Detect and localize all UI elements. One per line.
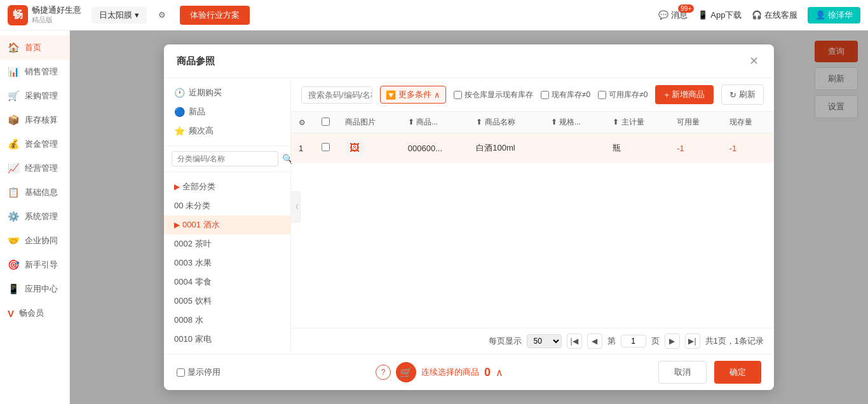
per-page-select[interactable]: 50 100 200 xyxy=(527,334,562,348)
app-center-icon: 📱 xyxy=(8,283,20,295)
clock-icon: 🕐 xyxy=(174,88,185,98)
available-stock-filter[interactable]: 可用库存≠0 xyxy=(598,90,648,100)
prev-page-btn[interactable]: ◀ xyxy=(587,333,602,349)
enterprise-icon: 🤝 xyxy=(8,235,20,246)
tree-item-liquor[interactable]: ▶ 0001 酒水 xyxy=(164,215,290,234)
online-service-btn[interactable]: 🎧 在线客服 xyxy=(752,10,797,21)
col-name[interactable]: ⬆ 商品名称 xyxy=(468,112,543,133)
cell-name: 白酒100ml xyxy=(468,133,543,163)
footer-right: 取消 确定 xyxy=(658,361,761,384)
cart-area: ? 🛒 连续选择的商品 0 ∧ xyxy=(376,362,503,382)
col-image: 商品图片 xyxy=(337,112,400,133)
first-page-btn[interactable]: |◀ xyxy=(567,333,582,349)
vip-icon: V xyxy=(8,308,14,319)
toolbar: 🔍 🔽 更多条件 ∧ 按仓库显示现有库存 xyxy=(291,78,774,112)
cell-image: 🖼 xyxy=(337,133,400,163)
main-search-box: 🔍 xyxy=(301,86,372,104)
message-badge: 99+ xyxy=(678,4,694,13)
headset-icon: 🎧 xyxy=(752,10,762,20)
tree-item-appliance[interactable]: 0010 家电 xyxy=(164,330,290,349)
help-icon[interactable]: ? xyxy=(376,365,391,380)
next-page-btn[interactable]: ▶ xyxy=(665,333,680,349)
add-product-btn[interactable]: + 新增商品 xyxy=(655,85,714,104)
sidebar-item-basic-info[interactable]: 📋 基础信息 xyxy=(0,180,69,205)
col-unit[interactable]: ⬆ 主计量 xyxy=(605,112,669,133)
current-stock-filter[interactable]: 现有库存≠0 xyxy=(541,90,590,100)
star-icon: ⭐ xyxy=(174,126,185,136)
select-all-checkbox[interactable] xyxy=(322,118,330,126)
sidebar-item-system[interactable]: ⚙️ 系统管理 xyxy=(0,205,69,229)
sidebar-item-operations[interactable]: 📈 经营管理 xyxy=(0,156,69,180)
category-tree: ▶ 全部分类 00 未分类 ▶ 0001 酒水 0002 茶 xyxy=(164,172,290,354)
quick-link-frequent[interactable]: ⭐ 频次高 xyxy=(172,121,283,140)
show-disabled-checkbox[interactable]: 显示停用 xyxy=(177,367,220,378)
app-download-btn[interactable]: 📱 App下载 xyxy=(698,10,742,21)
tree-item-fruit[interactable]: 0003 水果 xyxy=(164,253,290,273)
last-page-btn[interactable]: ▶| xyxy=(685,333,700,349)
sidebar-item-vip[interactable]: V 畅会员 xyxy=(0,301,69,325)
messages-btn[interactable]: 💬 消息 99+ xyxy=(658,10,688,21)
col-spec[interactable]: ⬆ 规格... xyxy=(543,112,606,133)
sidebar-item-app-center[interactable]: 📱 应用中心 xyxy=(0,277,69,301)
collapse-panel-btn[interactable]: 《 xyxy=(290,191,301,223)
purchase-icon: 🛒 xyxy=(8,90,20,102)
system-icon: ⚙️ xyxy=(8,211,20,222)
phone-icon: 📱 xyxy=(698,10,708,20)
tree-item-all[interactable]: ▶ 全部分类 xyxy=(164,177,290,196)
quick-links: 🕐 近期购买 🔵 新品 ⭐ 频次高 xyxy=(164,78,290,146)
sidebar-item-enterprise[interactable]: 🤝 企业协同 xyxy=(0,229,69,253)
nav-dropdown[interactable]: 日太阳膜 ▾ xyxy=(92,7,147,24)
table-settings-icon[interactable]: ⚙ xyxy=(299,118,306,127)
tree-item-snack[interactable]: 0004 零食 xyxy=(164,273,290,292)
tree-item-water[interactable]: 0008 水 xyxy=(164,311,290,330)
total-info: 共1页，1条记录 xyxy=(705,335,764,347)
left-panel: 🕐 近期购买 🔵 新品 ⭐ 频次高 xyxy=(164,78,291,354)
sidebar-item-inventory[interactable]: 📦 库存核算 xyxy=(0,108,69,132)
row-checkbox[interactable] xyxy=(322,143,330,151)
modal-header: 商品参照 ✕ xyxy=(164,44,774,78)
modal-close-btn[interactable]: ✕ xyxy=(746,53,761,69)
gear-icon[interactable]: ⚙ xyxy=(152,5,172,25)
product-table-container: ⚙ 商品图片 ⬆ 商品... xyxy=(291,112,774,328)
refresh-btn[interactable]: ↻ 刷新 xyxy=(721,84,764,105)
sidebar-item-guide[interactable]: 🎯 新手引导 xyxy=(0,253,69,277)
cell-stock: -1 xyxy=(722,133,774,163)
product-table: ⚙ 商品图片 ⬆ 商品... xyxy=(291,112,774,163)
table-row[interactable]: 1 🖼 xyxy=(291,133,774,163)
sidebar: 🏠 首页 📊 销售管理 🛒 采购管理 📦 库存核算 💰 资金管理 📈 经营管理 … xyxy=(0,30,70,404)
confirm-btn[interactable]: 确定 xyxy=(714,361,761,384)
main-search-input[interactable] xyxy=(302,87,372,103)
col-code[interactable]: ⬆ 商品... xyxy=(400,112,468,133)
trial-btn[interactable]: 体验行业方案 xyxy=(180,6,250,25)
cancel-btn[interactable]: 取消 xyxy=(658,361,707,384)
sidebar-item-home[interactable]: 🏠 首页 xyxy=(0,36,69,60)
guide-icon: 🎯 xyxy=(8,259,20,271)
sidebar-item-finance[interactable]: 💰 资金管理 xyxy=(0,132,69,156)
page-label: 第 xyxy=(607,335,616,347)
modal-body: 🕐 近期购买 🔵 新品 ⭐ 频次高 xyxy=(164,78,774,354)
modal-title: 商品参照 xyxy=(177,55,215,67)
sidebar-item-purchase[interactable]: 🛒 采购管理 xyxy=(0,84,69,108)
sidebar-item-sales[interactable]: 📊 销售管理 xyxy=(0,60,69,84)
page-number-input[interactable] xyxy=(621,335,646,347)
tree-item-tea[interactable]: 0002 茶叶 xyxy=(164,234,290,253)
nav-right: 💬 消息 99+ 📱 App下载 🎧 在线客服 👤 徐泽华 xyxy=(658,7,860,24)
cell-unit: 瓶 xyxy=(605,133,669,163)
quick-link-new[interactable]: 🔵 新品 xyxy=(172,102,283,121)
category-search-input[interactable] xyxy=(172,151,278,166)
more-filter-btn[interactable]: 🔽 更多条件 ∧ xyxy=(380,86,446,104)
refresh-icon: ↻ xyxy=(729,90,736,100)
pagination: 每页显示 50 100 200 |◀ ◀ 第 页 ▶ xyxy=(291,328,774,354)
warehouse-filter[interactable]: 按仓库显示现有库存 xyxy=(454,90,533,100)
tree-item-uncategorized[interactable]: 00 未分类 xyxy=(164,196,290,215)
tree-item-beverage[interactable]: 0005 饮料 xyxy=(164,292,290,311)
cell-checkbox xyxy=(314,133,337,163)
avatar: 👤 xyxy=(815,10,825,20)
cart-btn[interactable]: 🛒 xyxy=(396,362,416,382)
chevron-up-icon[interactable]: ∧ xyxy=(496,367,503,379)
modal-overlay: 商品参照 ✕ 🕐 近期购买 🔵 xyxy=(70,30,868,404)
username-area[interactable]: 👤 徐泽华 xyxy=(808,7,860,24)
quick-link-recent[interactable]: 🕐 近期购买 xyxy=(172,83,283,102)
cell-seq: 1 xyxy=(291,133,314,163)
sales-icon: 📊 xyxy=(8,66,20,77)
